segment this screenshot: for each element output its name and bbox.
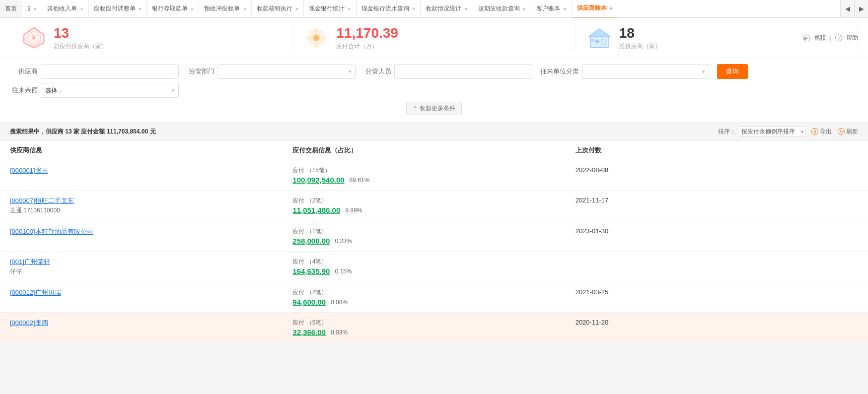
export-action[interactable]: ⬇ 导出 [811,128,832,136]
supplier-link-row3[interactable]: [000100]本特勒油品有限公司 [10,228,93,235]
tab-close-other-income[interactable]: × [80,6,83,12]
table-row: [000012]广州贝瑞 应付 （2笔） 94,600.00 0.08% 202… [0,282,868,313]
amount-row2[interactable]: 11,051,486.00 [292,206,340,214]
pay-label-row2: 应付 （2笔） [292,197,575,205]
supplier-link-row1[interactable]: [000001]张三 [10,167,48,174]
sort-label: 排序： [718,128,736,136]
refresh-action[interactable]: ↻ 刷新 [838,128,858,136]
tab-label-collect-stat: 收款情况统计 [426,4,461,13]
sort-select[interactable]: 按应付余额倒序排序按应付余额正序排序按供应商名称排序 [738,127,805,136]
tab-close-collect-stat[interactable]: × [464,6,467,12]
nav-tab-tab3[interactable]: 3× [22,0,42,18]
transaction-info-row5: 应付 （2笔） 94,600.00 0.08% [292,288,575,306]
amount-row1[interactable]: 100,092,540.00 [292,176,344,184]
nav-tab-home[interactable]: 首页 [0,0,22,18]
tab-close-prepay-collect[interactable]: × [243,6,246,12]
summary-number-amount: 11,170.39 [336,25,398,42]
summary-label-amount: 应付合计（万） [336,42,398,51]
tab-label-overdue-query: 超期应收款查询 [478,4,520,13]
person-input[interactable] [394,64,532,79]
nav-tab-overdue-query[interactable]: 超期应收款查询× [473,0,531,18]
supplier-link-row2[interactable]: [000007]恒旺二手叉车 [10,197,74,204]
tab-close-supplier-account[interactable]: × [610,5,613,11]
nav-tab-receipt-exec[interactable]: 收款核销执行× [252,0,304,18]
supplier-link-row4[interactable]: [001]广州荣轩 [10,258,50,265]
amount-value: 111,703,854.00 [107,128,148,135]
supplier-info-row5: [000012]广州贝瑞 [10,288,292,297]
category-label: 往来单位分类 [540,67,579,76]
main-table: 供应商信息 应付交易信息（占比） 上次付数 [000001]张三 应付 （15笔… [0,141,868,343]
supplier-input-wrap: … [41,64,179,79]
person-input-wrap: … [394,64,532,79]
svg-point-10 [309,40,314,45]
tab-close-cash-bank-stat[interactable]: × [348,6,351,12]
nav-next-arrow[interactable]: ▶ [854,0,868,18]
result-count: 13 [65,128,72,135]
supplier-input[interactable] [41,64,179,79]
svg-point-5 [313,42,319,48]
result-actions: 排序： 按应付余额倒序排序按应付余额正序排序按供应商名称排序 ▾ ⬇ 导出 ↻ … [718,127,858,136]
filter-row-2: 往来余额 选择... ▾ [10,83,858,98]
refresh-circle-icon: ↻ [838,128,845,135]
svg-point-7 [320,35,326,41]
nav-tab-collect-stat[interactable]: 收款情况统计× [421,0,473,18]
percent-row6: 0.03% [331,329,348,336]
tab-close-customer-account[interactable]: × [563,6,566,12]
tab-close-ap-adjust[interactable]: × [139,6,142,12]
supplier-info-row3: [000100]本特勒油品有限公司 [10,227,292,236]
query-button[interactable]: 查询 [717,64,748,79]
amount-row6[interactable]: 32,366.00 [292,328,326,336]
last-date-row5: 2021-03-25 [576,288,858,296]
video-link[interactable]: 视频 [814,34,826,42]
svg-text:¥: ¥ [314,35,318,41]
balance-select[interactable]: 选择... [41,83,179,98]
category-select[interactable] [582,64,709,79]
supplier-label: 供应商 [10,67,38,76]
tab-close-receipt-exec[interactable]: × [295,6,298,12]
svg-rect-16 [595,40,599,43]
transaction-info-row2: 应付 （2笔） 11,051,486.00 9.89% [292,197,575,214]
supplier-link-row6[interactable]: [000002]李四 [10,319,48,327]
supplier-link-row5[interactable]: [000012]广州贝瑞 [10,289,61,296]
amount-row5[interactable]: 94,600.00 [292,298,326,306]
nav-tab-other-income[interactable]: 其他收入单× [42,0,88,18]
nav-tab-bank-deposit[interactable]: 银行存取款单× [147,0,199,18]
balance-label: 往来余额 [10,86,38,95]
tab-close-tab3[interactable]: × [34,6,37,12]
svg-point-11 [319,40,324,45]
nav-prev-arrow[interactable]: ◀ [840,0,854,18]
table-row: [000001]张三 应付 （15笔） 100,092,540.00 89.61… [0,160,868,191]
nav-tab-prepay-collect[interactable]: 预收冲应收单× [199,0,251,18]
nav-tab-cash-bank-flow[interactable]: 现金银行流水查询× [357,0,421,18]
diamond-icon: ¥ [20,24,48,52]
tab-close-bank-deposit[interactable]: × [191,6,194,12]
amount-row3[interactable]: 258,000.00 [292,237,330,245]
summary-text-total: 18 总供应商（家） [619,25,661,51]
pay-label-row1: 应付 （15笔） [292,166,575,175]
svg-rect-19 [591,39,594,41]
nav-tab-customer-account[interactable]: 客户账本× [531,0,572,18]
pay-label-row3: 应付 （1笔） [292,227,575,236]
table-header: 供应商信息 应付交易信息（占比） 上次付数 [0,141,868,160]
nav-tab-supplier-account[interactable]: 供应商账本× [572,0,618,18]
svg-point-9 [319,30,324,35]
store-icon [585,24,613,52]
tab-label-bank-deposit: 银行存取款单 [152,4,188,13]
tab-close-overdue-query[interactable]: × [523,6,526,12]
summary-bar: ¥ 13 总应付供应商（家） ¥ 11,170.39 [0,18,868,58]
transaction-info-row1: 应付 （15笔） 100,092,540.00 89.61% [292,166,575,184]
dept-select[interactable] [217,64,356,79]
help-link[interactable]: 帮助 [846,34,858,42]
tab-label-other-income: 其他收入单 [47,4,77,13]
supplier-info-row1: [000001]张三 [10,166,292,175]
tab-close-cash-bank-flow[interactable]: × [412,6,415,12]
percent-row5: 0.08% [331,299,348,306]
collapse-button[interactable]: ⌃ 收起更多条件 [406,102,462,115]
percent-row1: 89.61% [350,177,370,184]
summary-number-payable: 13 [54,25,107,42]
amount-prefix: 应付金额 [81,128,105,135]
col-header-last-payment: 上次付数 [576,146,858,155]
nav-tab-ap-adjust[interactable]: 应收应付调整单× [89,0,147,18]
amount-row4[interactable]: 164,635.90 [292,267,330,275]
nav-tab-cash-bank-stat[interactable]: 现金银行统计× [304,0,356,18]
